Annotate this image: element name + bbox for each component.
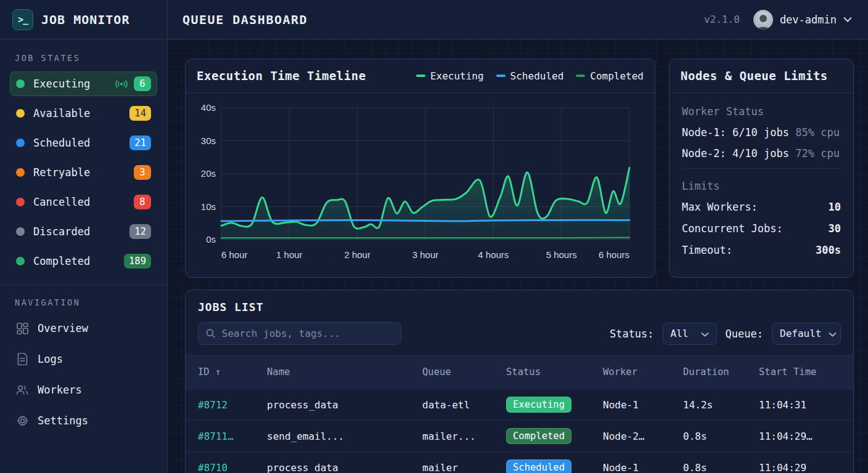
nodes-card-title: Nodes & Queue Limits <box>681 69 828 83</box>
state-dot <box>16 168 25 177</box>
x-tick-label: 6 hour <box>221 249 248 260</box>
navigation-section-label: NAVIGATION <box>10 297 157 307</box>
chevron-down-icon <box>701 328 709 339</box>
x-tick-label: 2 hour <box>344 249 371 260</box>
job-states-section-label: JOB STATES <box>10 53 157 63</box>
limit-value: 300s <box>816 244 841 256</box>
worker-cpu: 72% cpu <box>795 147 840 160</box>
sidebar-state-discarded[interactable]: Discarded12 <box>10 219 157 244</box>
y-tick-label: 0s <box>206 234 216 245</box>
nav-item-label: Workers <box>38 384 82 396</box>
chevron-down-icon <box>829 328 837 339</box>
status-select[interactable]: All <box>663 323 717 345</box>
top-bar: >_ JOB MONITOR QUEUE DASHBOARD v2.1.0 de… <box>0 0 868 39</box>
sidebar-state-cancelled[interactable]: Cancelled8 <box>10 190 157 214</box>
job-states-list: Executing6Available14Scheduled21Retryabl… <box>10 71 157 273</box>
chevron-down-icon <box>829 332 837 337</box>
legend-dash <box>416 75 425 77</box>
state-dot <box>16 109 25 118</box>
select-value: All <box>671 328 689 339</box>
app-logo: >_ JOB MONITOR <box>0 0 168 39</box>
job-worker: Node-1 <box>603 399 683 411</box>
state-count-badge: 8 <box>134 195 151 209</box>
job-status-cell: Executing <box>506 397 603 413</box>
dashboard-grid-icon <box>16 323 28 334</box>
job-row-8711[interactable]: #8711…send_email...mailer...CompletedNod… <box>186 421 853 452</box>
nav-item-logs[interactable]: Logs <box>10 347 157 371</box>
job-worker: Node-2… <box>603 431 683 442</box>
sidebar-state-scheduled[interactable]: Scheduled21 <box>10 131 157 155</box>
limit-value: 30 <box>829 222 841 235</box>
limit-label: Timeout: <box>682 244 732 256</box>
search-icon <box>206 328 216 339</box>
user-avatar <box>753 10 773 30</box>
nodes-limits-card: Nodes & Queue Limits Worker Status Node-… <box>669 59 854 278</box>
filter-label-status: Status: <box>610 328 654 340</box>
nav-item-settings[interactable]: Settings <box>10 408 157 433</box>
x-tick-label: 1 hour <box>276 249 303 260</box>
legend-label: Completed <box>590 70 644 82</box>
state-dot <box>16 79 25 88</box>
state-count-badge: 14 <box>129 106 151 121</box>
limit-row: Max Workers:10 <box>682 201 841 213</box>
column-header-queue: Queue <box>422 366 506 378</box>
chevron-down-icon <box>843 17 852 22</box>
gear-icon <box>16 415 28 427</box>
sidebar-state-completed[interactable]: Completed189 <box>10 249 157 273</box>
job-row-8712[interactable]: #8712process_datadata-etlExecutingNode-1… <box>186 389 853 421</box>
job-duration: 14.2s <box>683 399 759 411</box>
job-id-link[interactable]: #8711… <box>198 431 267 442</box>
nav-item-workers[interactable]: Workers <box>10 378 157 402</box>
jobs-table-body: #8712process_datadata-etlExecutingNode-1… <box>186 389 853 473</box>
column-header-worker: Worker <box>603 366 683 378</box>
sidebar: JOB STATES Executing6Available14Schedule… <box>0 39 168 473</box>
series-line-completed <box>221 238 629 238</box>
legend-label: Scheduled <box>510 70 564 82</box>
filter-label-queue: Queue: <box>726 328 763 340</box>
x-tick-label: 4 hours <box>478 249 509 260</box>
y-tick-label: 20s <box>201 168 216 179</box>
job-status-cell: Scheduled <box>506 459 603 473</box>
limits-label: Limits <box>682 180 841 192</box>
job-name: process_data <box>267 462 422 473</box>
page-title: QUEUE DASHBOARD <box>168 12 308 27</box>
nav-item-overview[interactable]: Overview <box>10 316 157 341</box>
job-id-link[interactable]: #8710 <box>198 462 267 473</box>
legend-item-scheduled[interactable]: Scheduled <box>496 70 564 82</box>
job-status-cell: Completed <box>506 428 603 444</box>
x-tick-label: 5 hours <box>546 249 577 260</box>
legend-item-completed[interactable]: Completed <box>576 70 644 82</box>
search-input[interactable] <box>222 328 393 339</box>
y-tick-label: 10s <box>201 201 216 212</box>
job-queue: data-etl <box>422 399 506 411</box>
y-tick-label: 40s <box>201 102 216 113</box>
nav-item-label: Overview <box>38 322 88 334</box>
state-dot <box>16 257 25 265</box>
sidebar-state-executing[interactable]: Executing6 <box>10 71 157 96</box>
column-header-id[interactable]: ID ↑ <box>198 366 267 378</box>
user-menu[interactable]: dev-admin <box>748 10 852 30</box>
sidebar-divider <box>0 285 167 285</box>
execution-time-chart: 0s10s20s30s40s6 hour1 hour2 hour3 hour4 … <box>194 99 645 267</box>
limit-value: 10 <box>829 201 841 213</box>
jobs-search[interactable] <box>198 322 401 345</box>
terminal-icon: >_ <box>12 9 33 30</box>
file-icon <box>16 353 28 365</box>
state-count-badge: 12 <box>129 224 151 239</box>
state-count-badge: 189 <box>124 254 151 269</box>
state-dot <box>16 139 25 147</box>
status-badge: Executing <box>506 397 571 413</box>
queue-select[interactable]: Default <box>772 323 841 345</box>
state-count-badge: 6 <box>134 76 151 91</box>
sidebar-state-retryable[interactable]: Retryable3 <box>10 160 157 185</box>
nav-item-label: Settings <box>38 414 88 427</box>
state-label: Discarded <box>33 225 129 238</box>
job-duration: 0.8s <box>683 462 759 473</box>
sidebar-state-available[interactable]: Available14 <box>10 101 157 126</box>
limit-row: Concurrent Jobs:30 <box>682 222 841 235</box>
state-label: Completed <box>33 255 124 267</box>
legend-item-executing[interactable]: Executing <box>416 70 484 82</box>
job-id-link[interactable]: #8712 <box>198 399 267 411</box>
job-start-time: 11:04:29… <box>759 431 853 442</box>
job-row-8710[interactable]: #8710process_datamailerScheduledNode-10.… <box>186 452 853 473</box>
